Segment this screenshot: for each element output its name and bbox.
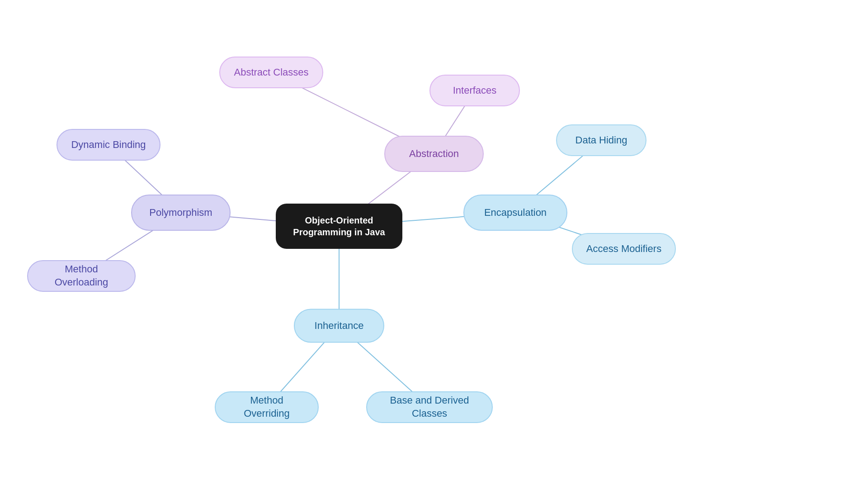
node-label-abstract-classes: Abstract Classes [234, 66, 308, 79]
node-encapsulation: Encapsulation [463, 195, 567, 231]
node-abstract-classes: Abstract Classes [219, 57, 323, 88]
node-method-overriding: Method Overriding [215, 391, 319, 423]
center-node: Object-Oriented Programming in Java [276, 204, 402, 249]
node-access-modifiers: Access Modifiers [572, 233, 676, 265]
node-label-inheritance: Inheritance [315, 319, 364, 333]
node-label-encapsulation: Encapsulation [484, 206, 547, 219]
node-label-abstraction: Abstraction [409, 147, 459, 161]
node-label-dynamic-binding: Dynamic Binding [71, 138, 146, 152]
center-node-label: Object-Oriented Programming in Java [288, 214, 390, 238]
node-method-overloading: Method Overloading [27, 260, 136, 292]
node-interfaces: Interfaces [429, 75, 520, 106]
node-label-interfaces: Interfaces [453, 84, 497, 97]
node-label-data-hiding: Data Hiding [576, 134, 627, 147]
node-dynamic-binding: Dynamic Binding [57, 129, 160, 161]
node-label-method-overriding: Method Overriding [228, 394, 305, 420]
node-label-base-derived: Base and Derived Classes [380, 394, 479, 420]
node-polymorphism: Polymorphism [131, 195, 231, 231]
node-label-method-overloading: Method Overloading [41, 263, 122, 289]
node-label-polymorphism: Polymorphism [149, 206, 212, 219]
node-data-hiding: Data Hiding [556, 124, 646, 156]
node-base-derived: Base and Derived Classes [366, 391, 493, 423]
node-inheritance: Inheritance [294, 309, 384, 343]
node-abstraction: Abstraction [384, 136, 484, 172]
mind-map-container: Object-Oriented Programming in JavaAbstr… [0, 0, 868, 490]
node-label-access-modifiers: Access Modifiers [586, 243, 661, 256]
